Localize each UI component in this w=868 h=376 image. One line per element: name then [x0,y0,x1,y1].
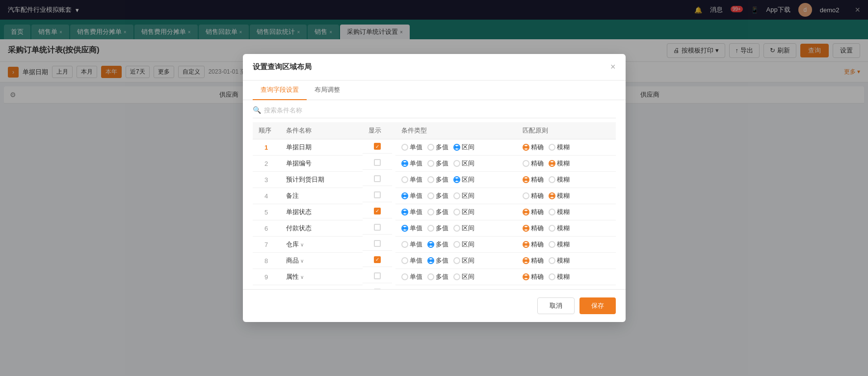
row-show-checkbox[interactable] [363,220,392,235]
type-single-radio[interactable]: 单值 [401,240,422,249]
checkbox[interactable] [374,224,381,231]
radio-circle[interactable] [453,192,460,199]
type-multi-radio[interactable]: 多值 [427,240,448,249]
match-exact-radio[interactable]: 精确 [523,208,544,216]
row-show-checkbox[interactable] [363,188,392,202]
radio-circle[interactable] [401,176,408,183]
type-range-radio[interactable]: 区间 [453,143,474,152]
radio-circle[interactable] [453,273,460,280]
checkbox[interactable] [374,240,381,247]
radio-circle[interactable] [549,225,555,232]
match-fuzzy-radio[interactable]: 模糊 [549,208,570,216]
checkbox[interactable]: ✓ [374,208,381,215]
match-exact-radio[interactable]: 精确 [523,143,544,152]
radio-circle[interactable] [401,209,408,215]
radio-circle[interactable] [549,192,555,199]
match-fuzzy-radio[interactable]: 模糊 [549,159,570,168]
match-exact-radio[interactable]: 精确 [523,224,544,233]
row-show-checkbox[interactable]: ✓ [363,253,392,267]
radio-circle[interactable] [523,225,529,232]
radio-circle[interactable] [453,241,460,248]
type-range-radio[interactable]: 区间 [453,159,474,168]
match-exact-radio[interactable]: 精确 [523,256,544,265]
type-range-radio[interactable]: 区间 [453,208,474,216]
match-fuzzy-radio[interactable]: 模糊 [549,256,570,265]
type-multi-radio[interactable]: 多值 [427,191,448,200]
radio-circle[interactable] [427,176,434,183]
radio-circle[interactable] [401,257,408,264]
radio-circle[interactable] [427,144,434,151]
type-range-radio[interactable]: 区间 [453,240,474,249]
match-exact-radio[interactable]: 精确 [523,272,544,281]
radio-circle[interactable] [549,209,555,215]
row-show-checkbox[interactable] [363,172,392,186]
settings-table-scroll[interactable]: 顺序 条件名称 显示 条件类型 匹配原则 1单据日期✓ 单值 多值 [253,122,616,289]
row-show-checkbox[interactable] [363,156,392,170]
radio-circle[interactable] [427,192,434,199]
match-fuzzy-radio[interactable]: 模糊 [549,224,570,233]
radio-circle[interactable] [523,192,529,199]
radio-circle[interactable] [453,160,460,167]
type-range-radio[interactable]: 区间 [453,191,474,200]
row-show-checkbox[interactable] [363,285,392,290]
type-range-radio[interactable]: 区间 [453,256,474,265]
radio-circle[interactable] [453,225,460,232]
radio-circle[interactable] [549,257,555,264]
radio-circle[interactable] [523,144,529,151]
match-fuzzy-radio[interactable]: 模糊 [549,175,570,184]
radio-circle[interactable] [523,257,529,264]
match-fuzzy-radio[interactable]: 模糊 [549,191,570,200]
row-show-checkbox[interactable] [363,237,392,251]
match-fuzzy-radio[interactable]: 模糊 [549,240,570,249]
radio-circle[interactable] [427,273,434,280]
match-exact-radio[interactable]: 精确 [523,159,544,168]
type-single-radio[interactable]: 单值 [401,256,422,265]
type-single-radio[interactable]: 单值 [401,175,422,184]
match-exact-radio[interactable]: 精确 [523,240,544,249]
radio-circle[interactable] [427,241,434,248]
radio-circle[interactable] [453,144,460,151]
radio-circle[interactable] [453,257,460,264]
radio-circle[interactable] [549,144,555,151]
row-show-checkbox[interactable] [363,269,392,283]
radio-circle[interactable] [453,176,460,183]
type-multi-radio[interactable]: 多值 [427,224,448,233]
type-single-radio[interactable]: 单值 [401,191,422,200]
type-single-radio[interactable]: 单值 [401,159,422,168]
checkbox[interactable]: ✓ [374,256,381,263]
radio-circle[interactable] [523,176,529,183]
dialog-close-button[interactable]: × [610,62,616,72]
radio-circle[interactable] [401,273,408,280]
checkbox[interactable] [374,272,381,279]
type-range-radio[interactable]: 区间 [453,272,474,281]
type-range-radio[interactable]: 区间 [453,175,474,184]
checkbox[interactable]: ✓ [374,143,381,150]
type-single-radio[interactable]: 单值 [401,224,422,233]
radio-circle[interactable] [549,160,555,167]
type-multi-radio[interactable]: 多值 [427,143,448,152]
radio-circle[interactable] [401,225,408,232]
checkbox[interactable] [374,159,381,166]
type-multi-radio[interactable]: 多值 [427,272,448,281]
row-show-checkbox[interactable]: ✓ [363,204,392,218]
cancel-button[interactable]: 取消 [537,297,575,314]
radio-circle[interactable] [427,209,434,215]
save-button[interactable]: 保存 [579,297,616,314]
dialog-tab-layout[interactable]: 布局调整 [307,81,348,100]
radio-circle[interactable] [453,209,460,215]
radio-circle[interactable] [523,273,529,280]
checkbox[interactable] [374,175,381,182]
match-fuzzy-radio[interactable]: 模糊 [549,143,570,152]
radio-circle[interactable] [523,241,529,248]
radio-circle[interactable] [427,225,434,232]
radio-circle[interactable] [401,192,408,199]
radio-circle[interactable] [427,257,434,264]
match-exact-radio[interactable]: 精确 [523,175,544,184]
row-show-checkbox[interactable]: ✓ [363,139,392,154]
match-fuzzy-radio[interactable]: 模糊 [549,272,570,281]
checkbox[interactable] [374,191,381,198]
search-input[interactable] [264,107,362,114]
type-multi-radio[interactable]: 多值 [427,256,448,265]
radio-circle[interactable] [427,160,434,167]
type-multi-radio[interactable]: 多值 [427,208,448,216]
